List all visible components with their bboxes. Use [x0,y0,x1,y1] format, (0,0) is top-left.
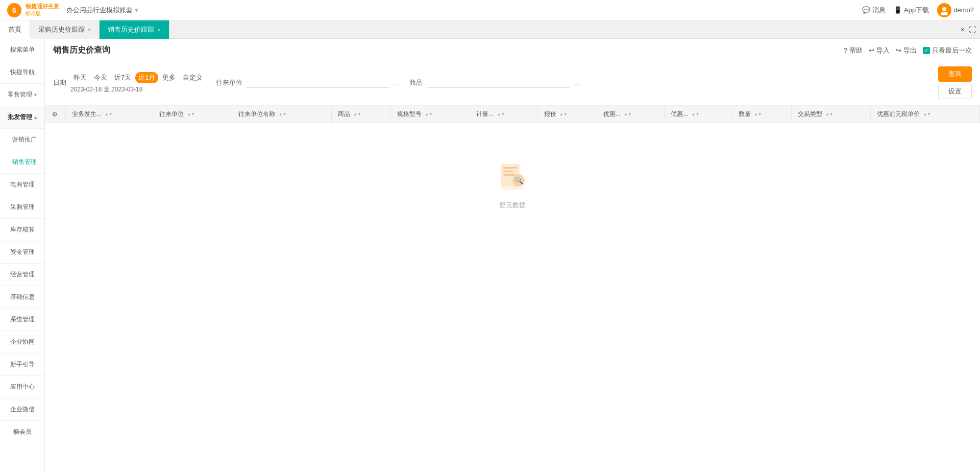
help-button[interactable]: ? 帮助 [844,46,863,55]
sidebar-item-finance-mgmt[interactable]: 资金管理 [0,241,44,264]
date-option-custom[interactable]: 自定义 [180,72,206,83]
svg-rect-6 [503,167,518,169]
sort-icon-trade-type: ▲▼ [825,112,834,116]
product-dots: ... [574,79,579,87]
sidebar-retail-mgmt-label: 零售管理 [8,90,32,99]
th-pre-tax-price[interactable]: 优惠前无税单价 ▲▼ [870,106,979,123]
sidebar-item-ecommerce-mgmt[interactable]: 电商管理 [0,174,44,196]
sidebar-item-enterprise-collab[interactable]: 企业协同 [0,331,44,353]
th-biz-date[interactable]: 业务发生... ▲▼ [65,106,153,123]
sidebar-enterprise-collab-label: 企业协同 [10,338,35,346]
tab-close-all-button[interactable]: × [961,26,965,34]
sidebar-basic-info-label: 基础信息 [10,293,35,301]
filter-bar: 日期 昨天 今天 近7天 近1月 更多 自定义 2023-02-18 至 202… [45,60,980,106]
sidebar-item-purchase-mgmt[interactable]: 采购管理 [0,196,44,219]
date-option-7days[interactable]: 近7天 [111,72,134,83]
header-left: 6 畅捷通好生意 标准版 办公用品行业模拟账套 ▾ [6,2,141,18]
sidebar-item-inventory[interactable]: 库存核算 [0,219,44,241]
date-option-today[interactable]: 今天 [91,72,110,83]
th-discount2[interactable]: 优惠... ▲▼ [665,106,732,123]
content-area: 销售历史价查询 ? 帮助 ↩ 导入 ↪ 导出 ✓ [45,39,980,472]
sidebar-new-user-guide-label: 新手引导 [10,360,35,369]
sort-icon-product: ▲▼ [353,112,361,116]
sidebar-item-marketing[interactable]: 营销推广 [0,129,44,151]
settings-button[interactable]: 设置 [938,84,972,99]
download-icon: 📱 [894,6,902,14]
product-input[interactable] [427,78,570,88]
th-product[interactable]: 商品 ▲▼ [331,106,390,123]
chevron-down-icon: ▾ [135,6,138,14]
product-filter-label: 商品 [409,78,423,87]
tab-purchase-history[interactable]: 采购历史价跟踪 × [30,20,100,39]
sidebar-item-retail-mgmt[interactable]: 零售管理 ▾ [0,84,44,106]
page-content: 销售历史价查询 ? 帮助 ↩ 导入 ↪ 导出 ✓ [45,39,980,472]
th-quote[interactable]: 报价 ▲▼ [537,106,597,123]
tab-sales-history-label: 销售历史价跟踪 [108,25,154,34]
sidebar-item-vip-member[interactable]: 畅会员 [0,421,44,443]
tab-sales-history-close[interactable]: × [157,27,160,33]
th-spec[interactable]: 规格型号 ▲▼ [390,106,470,123]
sidebar-item-search-menu[interactable]: 搜索菜单 [0,39,44,61]
sort-icon-partner-code: ▲▼ [187,112,195,116]
date-option-1month[interactable]: 近1月 [135,72,158,83]
logo-text: 畅捷通好生意 标准版 [26,3,59,17]
tab-purchase-history-close[interactable]: × [88,27,91,33]
tab-expand-button[interactable]: ⛶ [969,26,976,34]
sidebar-item-enterprise-wechat[interactable]: 企业微信 [0,398,44,421]
sidebar-operations-mgmt-label: 经营管理 [10,270,35,279]
sidebar-item-system-mgmt[interactable]: 系统管理 [0,309,44,331]
sidebar-item-new-user-guide[interactable]: 新手引导 [0,353,44,376]
export-icon: ↪ [896,46,901,54]
search-button[interactable]: 查询 [938,66,972,82]
page-header: 销售历史价查询 ? 帮助 ↩ 导入 ↪ 导出 ✓ [45,39,980,60]
th-partner-code[interactable]: 往来单位 ▲▼ [153,106,232,123]
partner-input[interactable] [247,78,389,88]
sidebar-enterprise-wechat-label: 企业微信 [10,405,35,414]
th-quantity[interactable]: 数量 ▲▼ [732,106,791,123]
sidebar-item-operations-mgmt[interactable]: 经营管理 [0,264,44,286]
sidebar-app-center-label: 应用中心 [10,383,35,391]
th-unit[interactable]: 计量... ▲▼ [470,106,537,123]
tab-bar-actions: × ⛶ [961,26,980,34]
sidebar-item-quick-nav[interactable]: 快捷导航 [0,61,44,84]
sidebar-quick-nav-label: 快捷导航 [10,68,35,77]
svg-text:6: 6 [12,6,16,14]
th-settings[interactable]: ⚙ [45,106,65,123]
sidebar-item-basic-info[interactable]: 基础信息 [0,286,44,309]
import-button[interactable]: ↩ 导入 [869,46,890,55]
chevron-right-icon: ▾ [34,92,37,98]
sidebar-system-mgmt-label: 系统管理 [10,315,35,324]
filter-buttons: 查询 设置 [938,66,972,99]
partner-filter-label: 往来单位 [216,78,242,87]
sidebar-item-sales-mgmt[interactable]: 销售管理 [0,151,44,174]
export-button[interactable]: ↪ 导出 [896,46,917,55]
th-trade-type[interactable]: 交易类型 ▲▼ [791,106,870,123]
th-discount1[interactable]: 优惠... ▲▼ [597,106,664,123]
sidebar-item-app-center[interactable]: 应用中心 [0,376,44,398]
only-last-checkbox[interactable]: ✓ 只看最后一次 [923,46,972,55]
tab-home[interactable]: 首页 [0,20,30,39]
sidebar-finance-mgmt-label: 资金管理 [10,248,35,256]
date-option-more[interactable]: 更多 [159,72,179,83]
date-filter-label: 日期 [53,78,66,87]
header-right: 💬 消息 📱 App下载 demo2 [862,3,974,17]
date-filter-group: 日期 昨天 今天 近7天 近1月 更多 自定义 2023-02-18 至 202… [53,72,206,94]
date-filter-col: 昨天 今天 近7天 近1月 更多 自定义 2023-02-18 至 2023-0… [70,72,206,94]
data-table: ⚙ 业务发生... ▲▼ 往来单位 ▲▼ 往来单位名称 ▲ [45,106,980,123]
tab-sales-history[interactable]: 销售历史价跟踪 × [100,20,169,39]
date-options-row: 昨天 今天 近7天 近1月 更多 自定义 [70,72,206,83]
sort-icon-biz-date: ▲▼ [105,112,113,116]
th-partner-name[interactable]: 往来单位名称 ▲▼ [232,106,331,123]
sidebar-sales-mgmt-label: 销售管理 [12,158,37,167]
sidebar-item-wholesale-mgmt[interactable]: 批发管理 ▴ [0,106,44,129]
sort-icon-quote: ▲▼ [559,112,568,116]
message-button[interactable]: 💬 消息 [862,6,886,15]
empty-text: 暂元数据 [499,201,526,210]
logo-area: 6 畅捷通好生意 标准版 [6,2,59,18]
svg-point-3 [941,12,948,15]
app-download-button[interactable]: 📱 App下载 [894,6,929,15]
sort-icon-quantity: ▲▼ [754,112,762,116]
user-menu[interactable]: demo2 [937,3,974,17]
date-option-yesterday[interactable]: 昨天 [70,72,90,83]
app-selector[interactable]: 办公用品行业模拟账套 ▾ [63,5,141,16]
